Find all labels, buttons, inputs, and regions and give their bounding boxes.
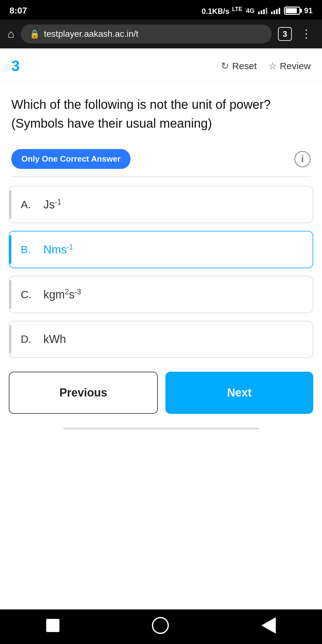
status-bar: 8:07 0.1KB/s LTE 4G 91 xyxy=(0,0,322,19)
option-c-label: C. xyxy=(21,288,35,301)
reset-button[interactable]: ↻ Reset xyxy=(221,60,257,71)
scroll-hint xyxy=(63,428,259,430)
option-a-label: A. xyxy=(21,198,35,211)
header-actions: ↻ Reset ☆ Review xyxy=(221,60,311,71)
answer-type-row: Only One Correct Answer i xyxy=(0,142,322,174)
option-a-bar xyxy=(9,190,11,219)
previous-button[interactable]: Previous xyxy=(9,372,158,414)
option-d-bar xyxy=(9,325,11,353)
signal-bars-icon-2 xyxy=(271,7,280,14)
question-body: Which of the following is not the unit o… xyxy=(0,81,322,142)
option-c-value: kgm2s-3 xyxy=(43,288,81,301)
option-b-label: B. xyxy=(21,243,35,256)
url-bar[interactable]: 🔒 testplayer.aakash.ac.in/t xyxy=(21,25,272,43)
nav-circle-icon[interactable] xyxy=(152,617,169,634)
info-icon[interactable]: i xyxy=(294,151,311,167)
options-list: A. Js-1 B. Nms-1 C. kgm2s-3 D. kWh xyxy=(0,186,322,358)
main-content: 3 ↻ Reset ☆ Review Which of the followin… xyxy=(0,48,322,630)
option-a-value: Js-1 xyxy=(43,198,61,211)
lock-icon: 🔒 xyxy=(30,29,40,39)
option-d-value: kWh xyxy=(43,333,66,346)
divider xyxy=(11,176,311,177)
option-d-label: D. xyxy=(21,333,35,345)
option-c-bar xyxy=(9,280,11,309)
review-button[interactable]: ☆ Review xyxy=(268,60,311,71)
question-text: Which of the following is not the unit o… xyxy=(11,95,311,133)
network-type: 4G xyxy=(246,7,255,14)
browser-bar: ⌂ 🔒 testplayer.aakash.ac.in/t 3 ⋮ xyxy=(0,19,322,48)
tab-count-badge[interactable]: 3 xyxy=(278,27,292,41)
status-right: 0.1KB/s LTE 4G 91 xyxy=(202,6,313,16)
url-text: testplayer.aakash.ac.in/t xyxy=(44,29,138,39)
answer-type-badge: Only One Correct Answer xyxy=(11,149,130,169)
nav-square-icon[interactable] xyxy=(46,619,59,632)
nav-buttons: Previous Next xyxy=(0,358,322,425)
home-icon[interactable]: ⌂ xyxy=(8,27,14,41)
option-b-bar xyxy=(9,235,11,264)
option-a[interactable]: A. Js-1 xyxy=(9,186,313,223)
signal-bars-icon xyxy=(258,7,267,14)
option-d[interactable]: D. kWh xyxy=(9,321,313,358)
option-b-value: Nms-1 xyxy=(43,243,73,256)
reset-icon: ↻ xyxy=(221,60,229,71)
battery-percent: 91 xyxy=(304,6,313,15)
battery-icon xyxy=(284,7,300,15)
question-number: 3 xyxy=(11,57,20,75)
time-display: 8:07 xyxy=(9,6,27,16)
network-speed: 0.1KB/s LTE xyxy=(202,6,242,16)
lte-badge: LTE xyxy=(232,6,242,12)
bottom-nav-bar xyxy=(0,609,322,644)
star-icon: ☆ xyxy=(268,60,277,71)
nav-back-icon[interactable] xyxy=(261,617,276,634)
option-b[interactable]: B. Nms-1 xyxy=(9,231,313,268)
next-button[interactable]: Next xyxy=(165,372,313,414)
option-c[interactable]: C. kgm2s-3 xyxy=(9,276,313,313)
question-header: 3 ↻ Reset ☆ Review xyxy=(0,48,322,81)
menu-dots-icon[interactable]: ⋮ xyxy=(298,27,314,41)
